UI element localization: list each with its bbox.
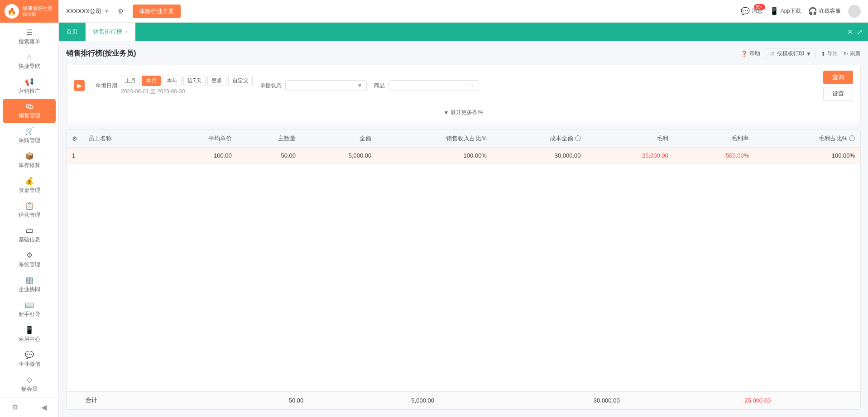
query-button[interactable]: 查询	[823, 71, 853, 84]
export-btn[interactable]: ⬆ 导出	[821, 50, 838, 58]
date-btn-more[interactable]: 更多	[207, 76, 226, 86]
sidebar: 🔥 畅康通好生意 标准版 ☰ 搜索菜单 ⌂ 快捷导航 📢 营销推广 🛍 销售管理…	[0, 0, 59, 417]
window-maximize-icon[interactable]: ⤢	[857, 28, 863, 36]
tabbar: 首页 销售排行榜 × ✕ ⤢	[59, 23, 868, 41]
filter-bar: ▶ 单据日期 上月 本月 本年 近7天 更多 自定义	[66, 65, 861, 124]
sidebar-item-inventory[interactable]: 📦 库存核算	[0, 148, 58, 173]
sidebar-item-sales[interactable]: 🛍 销售管理	[3, 99, 56, 123]
tab-close-icon[interactable]: ×	[125, 29, 128, 34]
help-icon: ❓	[741, 51, 748, 57]
cell-cost: 30,000.00	[492, 148, 586, 164]
app-download-btn[interactable]: 📱 App下载	[770, 7, 801, 15]
user-avatar[interactable]	[848, 5, 861, 18]
expand-row: ▼ 展开更多条件	[74, 103, 853, 118]
online-service-label: 在线客服	[819, 7, 841, 15]
chevron-down-icon: ▼	[444, 110, 449, 116]
tab-sales-ranking[interactable]: 销售排行榜 ×	[86, 23, 135, 41]
sidebar-item-enterprise[interactable]: 🏢 企业协同	[0, 272, 58, 297]
export-label: 导出	[827, 50, 838, 58]
settings-button[interactable]: 设置	[823, 87, 853, 101]
sidebar-item-label: 采购管理	[19, 137, 40, 144]
sidebar-item-label: 企业微信	[19, 360, 40, 368]
sidebar-item-apps[interactable]: 📱 应用中心	[0, 322, 58, 347]
footer-row: 合计 50.00 5,000.00 30,000.00 -25,000.00	[67, 392, 860, 409]
sidebar-item-member[interactable]: ◇ 畅会员	[0, 372, 58, 397]
apps-icon: 📱	[25, 326, 34, 334]
logo-sub: 标准版	[23, 11, 53, 18]
message-btn[interactable]: 💬 消息 99+	[741, 7, 762, 15]
tab-home[interactable]: 首页	[59, 23, 86, 41]
col-profit: 毛利	[586, 130, 674, 148]
date-btn-7days[interactable]: 近7天	[183, 76, 206, 86]
date-btn-this-month[interactable]: 本月	[142, 76, 161, 86]
table-row: 1 100.00 50.00 5,000.00 100.00% 30,000.0…	[67, 148, 860, 164]
sidebar-item-marketing[interactable]: 📢 营销推广	[0, 74, 58, 99]
sidebar-item-label: 经营管理	[19, 211, 40, 219]
cell-rank: 1	[67, 148, 83, 164]
filter-status-item: 单据状态 ▼	[260, 80, 367, 91]
table-footer: 合计 50.00 5,000.00 30,000.00 -25,000.00	[67, 391, 860, 409]
refresh-icon: ↻	[844, 51, 848, 57]
company-selector[interactable]: XXXXXX公司 ▼	[66, 7, 109, 15]
sidebar-item-guide[interactable]: 📖 新手引导	[0, 297, 58, 322]
main-area: XXXXXX公司 ▼ ⚙ 体验行业方案 💬 消息 99+ 📱 App下载 🎧 在…	[59, 0, 868, 417]
col-settings: ⚙	[67, 130, 83, 148]
date-btn-custom[interactable]: 自定义	[228, 76, 253, 86]
company-settings-btn[interactable]: ⚙	[115, 5, 127, 18]
filter-toggle-btn[interactable]: ▶	[74, 80, 85, 91]
sidebar-item-quick-nav[interactable]: ⌂ 快捷导航	[0, 49, 58, 74]
goods-select[interactable]: ···	[388, 80, 479, 91]
print-btn[interactable]: 🖨 按模板打印 ▼	[766, 48, 815, 59]
topbar-right: 💬 消息 99+ 📱 App下载 🎧 在线客服	[741, 5, 861, 18]
cell-sales-pct: 100.00%	[377, 148, 492, 164]
status-filter-label: 单据状态	[260, 82, 282, 90]
cell-profit-rate: -500.00%	[674, 148, 755, 164]
footer-qty: 50.00	[210, 392, 309, 409]
online-service-btn[interactable]: 🎧 在线客服	[808, 7, 841, 15]
system-icon: ⚙	[26, 251, 33, 259]
sidebar-item-basic[interactable]: 🗃 基础信息	[0, 223, 58, 247]
page-content: 销售排行榜(按业务员) ❓ 帮助 🖨 按模板打印 ▼ ⬆ 导出	[59, 41, 868, 417]
sidebar-item-wechat[interactable]: 💬 企业微信	[0, 347, 58, 372]
help-label: 帮助	[749, 50, 760, 58]
sidebar-collapse-btn[interactable]: ◀	[39, 401, 48, 413]
cell-avg-price: 100.00	[160, 148, 237, 164]
date-btn-this-year[interactable]: 本年	[163, 76, 182, 86]
sidebar-settings-btn[interactable]: ⚙	[10, 401, 20, 413]
download-icon: 📱	[770, 7, 779, 15]
enterprise-icon: 🏢	[25, 276, 34, 284]
basic-icon: 🗃	[26, 226, 33, 235]
expand-label: 展开更多条件	[451, 109, 483, 116]
marketing-icon: 📢	[25, 77, 34, 86]
footer-sales-pct	[440, 392, 482, 409]
cell-amount: 5,000.00	[301, 148, 377, 164]
col-profit-rate: 毛利率	[674, 130, 755, 148]
expand-btn[interactable]: ▼ 展开更多条件	[444, 107, 484, 118]
tab-sales-ranking-label: 销售排行榜	[93, 28, 122, 36]
headset-icon: 🎧	[808, 7, 817, 15]
sidebar-item-system[interactable]: ⚙ 系统管理	[0, 247, 58, 272]
sidebar-item-purchase[interactable]: 🛒 采购管理	[0, 123, 58, 148]
sidebar-item-operations[interactable]: 📋 经营管理	[0, 198, 58, 223]
sidebar-item-label: 库存核算	[19, 162, 40, 169]
message-icon: 💬	[741, 7, 750, 15]
message-badge: 99+	[754, 4, 765, 10]
window-close-icon[interactable]: ✕	[847, 28, 853, 36]
col-cost: 成本全额 ⓘ	[492, 130, 586, 148]
sidebar-item-label: 资金管理	[19, 187, 40, 194]
refresh-btn[interactable]: ↻ 刷新	[844, 50, 861, 58]
status-select[interactable]: ▼	[285, 80, 367, 91]
sales-icon: 🛍	[26, 102, 33, 110]
col-amount: 全额	[301, 130, 377, 148]
footer-label: 合计	[80, 392, 168, 409]
footer-cost: 30,000.00	[482, 392, 625, 409]
date-btn-last-month[interactable]: 上月	[121, 76, 140, 86]
sidebar-nav: ☰ 搜索菜单 ⌂ 快捷导航 📢 营销推广 🛍 销售管理 🛒 采购管理 📦 库存核…	[0, 23, 58, 397]
cell-profit: -25,000.00	[586, 148, 674, 164]
trial-button[interactable]: 体验行业方案	[133, 5, 181, 18]
sidebar-item-search[interactable]: ☰ 搜索菜单	[0, 24, 58, 49]
goods-more-icon[interactable]: ···	[470, 82, 475, 89]
sidebar-item-finance[interactable]: 💰 资金管理	[0, 173, 58, 198]
sidebar-item-label: 销售管理	[19, 112, 40, 120]
help-btn[interactable]: ❓ 帮助	[741, 50, 760, 58]
